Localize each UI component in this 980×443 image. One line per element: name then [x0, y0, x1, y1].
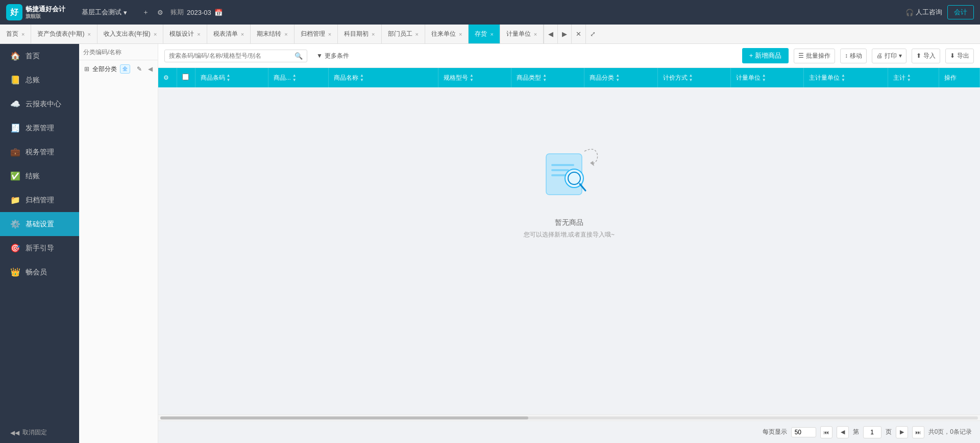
tab-archive[interactable]: 归档管理 ×: [295, 25, 338, 43]
sidebar-tax-label: 税务管理: [26, 148, 54, 157]
tab-unit[interactable]: 计量单位 ×: [500, 25, 544, 43]
sort-arrows-name: ▲▼: [360, 73, 364, 82]
th-spec-label: 规格型号: [444, 74, 468, 82]
tab-expand-button[interactable]: ⤢: [585, 25, 600, 43]
right-panel: 🔍 ▼ 更多条件 + 新增商品 ☰ 批量操作 ↕ 移动: [158, 44, 980, 443]
th-settings[interactable]: ⚙: [158, 68, 177, 87]
sidebar-item-tax[interactable]: 💼 税务管理: [0, 140, 79, 164]
th-main-unit[interactable]: 主计量单位 ▲▼: [804, 68, 888, 87]
tab-balance-sheet[interactable]: 资产负债表(中期) ×: [31, 25, 97, 43]
collapse-panel-button[interactable]: ◀: [148, 65, 153, 73]
tab-income-statement-close[interactable]: ×: [154, 31, 157, 37]
tab-department-close[interactable]: ×: [415, 31, 419, 37]
last-page-button[interactable]: ⏭: [912, 426, 924, 438]
svg-rect-3: [551, 169, 569, 171]
account-button[interactable]: 会计: [947, 5, 974, 19]
tab-inventory-label: 存货: [475, 30, 487, 38]
per-page-select[interactable]: 50 100 200: [791, 427, 816, 437]
category-search-bar: 🔍: [79, 44, 158, 60]
th-category[interactable]: 商品分类 ▲▼: [584, 68, 657, 87]
tab-prev-button[interactable]: ◀: [544, 25, 557, 43]
import-label: 导入: [923, 52, 936, 60]
th-main-count[interactable]: 主计 ▲▼: [888, 68, 939, 87]
settings-gear-icon: ⚙️: [10, 219, 20, 229]
product-search-icon[interactable]: 🔍: [295, 52, 303, 60]
consult-button[interactable]: 🎧 人工咨询: [905, 8, 942, 17]
sidebar-archive-label: 归档管理: [26, 196, 54, 205]
sidebar-item-ledger[interactable]: 📒 总账: [0, 68, 79, 92]
dropdown-arrow-icon: ▾: [124, 9, 127, 16]
th-name[interactable]: 商品名称 ▲▼: [328, 68, 438, 87]
tab-contacts-close[interactable]: ×: [459, 31, 462, 37]
tab-balance-sheet-close[interactable]: ×: [87, 31, 90, 37]
tab-tax-list-close[interactable]: ×: [241, 31, 244, 37]
sidebar-item-guide[interactable]: 🎯 新手引导: [0, 236, 79, 260]
sidebar-unpin-button[interactable]: ◀◀ 取消固定: [0, 422, 79, 443]
tab-period-carry-close[interactable]: ×: [284, 31, 287, 37]
sort-arrows-spec: ▲▼: [470, 73, 474, 82]
sort-arrows-barcode: ▲▼: [227, 73, 231, 82]
th-code[interactable]: 商品... ▲▼: [268, 68, 328, 87]
th-barcode[interactable]: 商品条码 ▲▼: [195, 68, 268, 87]
sidebar-guide-label: 新手引导: [26, 244, 54, 253]
sidebar-item-cloud-report[interactable]: ☁️ 云报表中心: [0, 92, 79, 116]
tab-archive-close[interactable]: ×: [328, 31, 331, 37]
tab-tax-list[interactable]: 税表清单 ×: [207, 25, 251, 43]
horizontal-scrollbar[interactable]: [158, 414, 980, 421]
edit-category-icon[interactable]: ✎: [137, 65, 142, 73]
select-all-checkbox[interactable]: [182, 74, 189, 80]
tab-template-design[interactable]: 模版设计 ×: [163, 25, 207, 43]
add-tab-button[interactable]: ＋: [140, 6, 151, 19]
sidebar-item-settings[interactable]: ⚙️ 基础设置: [0, 212, 79, 236]
category-search-input[interactable]: [83, 49, 160, 56]
sidebar-member-label: 畅会员: [26, 268, 47, 277]
import-button[interactable]: ⬆ 导入: [912, 49, 940, 63]
company-selector[interactable]: 基层工会测试 ▾: [78, 6, 131, 19]
sidebar-item-closing[interactable]: ✅ 结账: [0, 164, 79, 188]
batch-operation-button[interactable]: ☰ 批量操作: [794, 49, 835, 63]
sidebar-item-home[interactable]: 🏠 首页: [0, 44, 79, 68]
th-price-method[interactable]: 计价方式 ▲▼: [657, 68, 730, 87]
tab-home[interactable]: 首页 ×: [0, 25, 31, 43]
tab-income-statement[interactable]: 收入支出表(年报) ×: [97, 25, 163, 43]
first-page-button[interactable]: ⏮: [820, 426, 832, 438]
print-button[interactable]: 🖨 打印 ▾: [872, 49, 906, 63]
tab-inventory-close[interactable]: ×: [490, 31, 493, 37]
all-categories-header[interactable]: ⊞ 全部分类 全 ✎ ◀: [79, 60, 158, 78]
calendar-icon[interactable]: 📅: [214, 9, 223, 16]
export-button[interactable]: ⬇ 导出: [945, 49, 974, 63]
empty-desc: 您可以选择新增,或者直接导入哦~: [524, 230, 615, 239]
next-page-button[interactable]: ▶: [896, 426, 908, 438]
sidebar-item-invoice[interactable]: 🧾 发票管理: [0, 116, 79, 140]
tab-bar: 首页 × 资产负债表(中期) × 收入支出表(年报) × 模版设计 × 税表清单…: [0, 25, 980, 44]
tab-template-design-close[interactable]: ×: [197, 31, 200, 37]
settings-icon[interactable]: ⚙: [155, 7, 165, 18]
top-right: 🎧 人工咨询 会计: [905, 5, 974, 19]
product-search-input[interactable]: [169, 52, 291, 59]
th-type[interactable]: 商品类型 ▲▼: [511, 68, 584, 87]
add-product-button[interactable]: + 新增商品: [742, 48, 789, 63]
filter-button[interactable]: ▼ 更多条件: [312, 50, 353, 62]
th-checkbox[interactable]: [177, 68, 195, 87]
tab-close-all-button[interactable]: ✕: [571, 25, 585, 43]
tab-unit-label: 计量单位: [506, 30, 531, 38]
scroll-thumb[interactable]: [160, 416, 528, 419]
th-spec[interactable]: 规格型号 ▲▼: [438, 68, 511, 87]
tab-home-close[interactable]: ×: [21, 31, 24, 37]
tab-subject-init[interactable]: 科目期初 ×: [338, 25, 381, 43]
tab-unit-close[interactable]: ×: [534, 31, 537, 37]
tab-period-carry[interactable]: 期末结转 ×: [251, 25, 294, 43]
column-settings-icon[interactable]: ⚙: [163, 74, 169, 81]
tab-subject-init-close[interactable]: ×: [372, 31, 375, 37]
tab-contacts[interactable]: 往来单位 ×: [425, 25, 469, 43]
sidebar-cloud-label: 云报表中心: [26, 100, 61, 109]
sidebar-item-archive[interactable]: 📁 归档管理: [0, 188, 79, 212]
tab-next-button[interactable]: ▶: [557, 25, 571, 43]
tab-department[interactable]: 部门员工 ×: [382, 25, 425, 43]
sidebar-item-member[interactable]: 👑 畅会员: [0, 260, 79, 284]
move-button[interactable]: ↕ 移动: [840, 49, 867, 63]
prev-page-button[interactable]: ◀: [837, 426, 849, 438]
th-unit[interactable]: 计量单位 ▲▼: [730, 68, 803, 87]
tab-inventory[interactable]: 存货 ×: [469, 25, 500, 43]
page-number-input[interactable]: [863, 426, 881, 438]
